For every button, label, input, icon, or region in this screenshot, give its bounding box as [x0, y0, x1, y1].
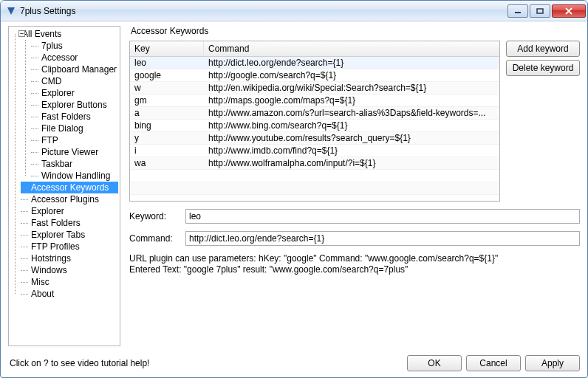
cell-command: http://en.wikipedia.org/wiki/Special:Sea… [204, 82, 499, 94]
keyword-label: Keyword: [129, 211, 180, 221]
right-pane: Accessor Keywords Key Command leohttp://… [129, 26, 580, 346]
collapse-icon[interactable]: − [18, 30, 25, 37]
cell-key: leo [130, 57, 204, 69]
command-label: Command: [129, 233, 180, 244]
settings-tree[interactable]: − All Events 7plusAccessorClipboard Mana… [8, 26, 120, 346]
column-header-key[interactable]: Key [130, 41, 204, 56]
tree-item[interactable]: Windows [21, 264, 118, 276]
cell-key: wa [130, 157, 204, 169]
window-title: 7plus Settings [20, 6, 506, 16]
tree-item[interactable]: About [21, 288, 118, 300]
help-line: Entered Text: "google 7plus" result: "ww… [129, 264, 580, 275]
tree-item[interactable]: Accessor [31, 52, 118, 63]
tree-item[interactable]: File Dialog [31, 123, 118, 134]
table-row-empty [130, 182, 499, 195]
cell-command: http://www.bing.com/search?q=${1} [204, 120, 499, 131]
delete-keyword-button[interactable]: Delete keyword [506, 60, 580, 76]
tree-item[interactable]: Misc [21, 276, 118, 288]
table-row[interactable]: yhttp://www.youtube.com/results?search_q… [130, 132, 499, 145]
column-header-command[interactable]: Command [204, 41, 499, 56]
table-row[interactable]: leohttp://dict.leo.org/ende?search={1} [130, 57, 499, 69]
tree-item[interactable]: Window Handling [31, 170, 118, 182]
tree-item-label: All Events [22, 29, 61, 39]
svg-rect-1 [537, 9, 543, 13]
cell-command: http://www.amazon.com/s?url=search-alias… [204, 107, 499, 119]
keyword-input[interactable] [185, 209, 580, 224]
help-line: URL plugin can use parameters: hKey: "go… [129, 253, 580, 264]
tree-item[interactable]: Accessor Plugins [21, 193, 118, 205]
tree-item[interactable]: CMD [31, 75, 118, 87]
tree-item[interactable]: 7plus [31, 40, 118, 52]
cell-key: i [130, 145, 204, 157]
cell-key: y [130, 132, 204, 144]
minimize-button[interactable] [507, 4, 528, 18]
table-row[interactable]: ihttp://www.imdb.com/find?q=${1} [130, 145, 499, 157]
cell-command: http://dict.leo.org/ende?search={1} [204, 57, 499, 69]
keywords-grid[interactable]: Key Command leohttp://dict.leo.org/ende?… [129, 41, 500, 202]
settings-window: 7plus Settings − All Events 7p [0, 0, 588, 378]
tree-item[interactable]: Explorer [21, 205, 118, 217]
tree-item[interactable]: Accessor Keywords [21, 182, 118, 193]
client-area: − All Events 7plusAccessorClipboard Mana… [1, 21, 587, 377]
cell-key: google [130, 69, 204, 81]
cell-key: a [130, 107, 204, 119]
app-icon [5, 5, 17, 17]
cell-command: http://maps.google.com/maps?q=${1} [204, 94, 499, 106]
ok-button[interactable]: OK [407, 355, 462, 371]
grid-body[interactable]: leohttp://dict.leo.org/ende?search={1}go… [130, 57, 499, 201]
cell-command: http://www.imdb.com/find?q=${1} [204, 145, 499, 157]
cell-key: bing [130, 120, 204, 131]
svg-rect-0 [515, 12, 521, 13]
apply-button[interactable]: Apply [525, 355, 580, 371]
table-row[interactable]: gmhttp://maps.google.com/maps?q=${1} [130, 94, 499, 107]
table-row[interactable]: binghttp://www.bing.com/search?q=${1} [130, 120, 499, 132]
footer: Click on ? to see video tutorial help! O… [8, 352, 580, 371]
help-text: URL plugin can use parameters: hKey: "go… [129, 253, 580, 275]
tree-item[interactable]: Taskbar [31, 158, 118, 170]
close-button[interactable] [552, 4, 586, 18]
cell-key: gm [130, 94, 204, 106]
maximize-button[interactable] [530, 4, 550, 18]
cell-command: http://www.youtube.com/results?search_qu… [204, 132, 499, 144]
tree-item[interactable]: FTP Profiles [21, 241, 118, 252]
add-keyword-button[interactable]: Add keyword [506, 41, 580, 57]
cell-command: http://google.com/search?q=${1} [204, 69, 499, 81]
command-input[interactable] [185, 231, 580, 246]
section-title: Accessor Keywords [131, 26, 580, 36]
table-row[interactable]: ahttp://www.amazon.com/s?url=search-alia… [130, 107, 499, 120]
grid-header[interactable]: Key Command [130, 41, 499, 57]
tree-item[interactable]: Explorer Buttons [31, 99, 118, 111]
tree-item[interactable]: Hotstrings [21, 252, 118, 264]
titlebar[interactable]: 7plus Settings [1, 1, 587, 21]
table-row[interactable]: wahttp://www.wolframalpha.com/input/?i=$… [130, 157, 499, 170]
tree-item[interactable]: Fast Folders [31, 111, 118, 123]
tree-item[interactable]: FTP [31, 134, 118, 146]
tree-item[interactable]: Explorer Tabs [21, 229, 118, 241]
table-row-empty [130, 195, 499, 201]
cancel-button[interactable]: Cancel [466, 355, 521, 371]
tree-item[interactable]: Picture Viewer [31, 146, 118, 158]
table-row[interactable]: whttp://en.wikipedia.org/wiki/Special:Se… [130, 82, 499, 94]
footer-hint: Click on ? to see video tutorial help! [8, 358, 407, 368]
tree-item[interactable]: Clipboard Manager [31, 63, 118, 75]
table-row[interactable]: googlehttp://google.com/search?q=${1} [130, 69, 499, 82]
tree-item[interactable]: Fast Folders [21, 217, 118, 229]
cell-command: http://www.wolframalpha.com/input/?i=${1… [204, 157, 499, 169]
cell-key: w [130, 82, 204, 94]
tree-root-item[interactable]: − All Events [21, 28, 118, 40]
table-row-empty [130, 170, 499, 182]
tree-item[interactable]: Explorer [31, 87, 118, 99]
